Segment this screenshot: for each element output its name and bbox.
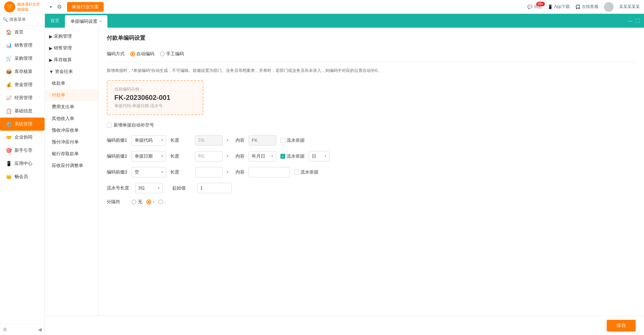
save-button[interactable]: 保存 xyxy=(607,320,636,332)
sidebar-item-sales[interactable]: 📊 销售管理 xyxy=(0,39,45,52)
message-btn[interactable]: 💬 消息 99+ xyxy=(527,4,542,10)
serial-checkbox-row-2: ✓ 流水依据 xyxy=(280,153,305,159)
footer-settings-icon[interactable]: ⚙ xyxy=(3,327,7,332)
content-select-2[interactable]: 年月日 ▾ xyxy=(249,151,276,161)
tab-settings[interactable]: 单据编码设置 × xyxy=(65,15,107,28)
guide-icon: 🎯 xyxy=(6,147,12,153)
chevron-right-icon: ▶ xyxy=(49,34,52,39)
serial-unit-select-2[interactable]: 日 ▾ xyxy=(309,151,329,161)
prefix-row-2: 编码前缀2 单据日期 ▾ 长度 8位 ▾ 内容 年月日 ▾ xyxy=(107,151,636,161)
form-title: 付款单编码设置 xyxy=(107,35,636,42)
length-input-3[interactable] xyxy=(195,167,223,177)
subnav-group-purchase[interactable]: ▶ 采购管理 xyxy=(45,30,98,42)
start-value-label: 起始值 xyxy=(172,185,193,191)
sep-dash-radio[interactable]: - xyxy=(146,199,154,204)
subnav-item-prepaid-payable[interactable]: 预付冲应付单 xyxy=(45,136,98,148)
member-icon: 👑 xyxy=(6,174,12,180)
logo-icon: 🧡 xyxy=(4,1,15,12)
auto-fill-checkbox[interactable] xyxy=(107,123,112,128)
serial-checkbox-row-3: 流水依据 xyxy=(294,169,318,175)
code-method-row: 编码方式 自动编码 手工编码 xyxy=(107,47,636,62)
prefix-select-2[interactable]: 单据日期 ▾ xyxy=(132,151,166,161)
subnav-group-sales[interactable]: ▶ 销售管理 xyxy=(45,42,98,54)
sidebar-item-purchase[interactable]: 🛒 采购管理 xyxy=(0,52,45,65)
sub-nav: ▶ 采购管理 ▶ 销售管理 ▶ 库存核算 ▼ 资金往来 收款单 xyxy=(45,28,98,316)
length-label-3: 长度 xyxy=(170,169,191,175)
footer-collapse-icon[interactable]: ◀ xyxy=(38,327,42,332)
company-dropdown[interactable]: ▾ xyxy=(48,4,52,9)
sidebar-search[interactable]: 🔍 搜索菜单 xyxy=(0,14,45,26)
coop-icon: 🤝 xyxy=(6,134,12,140)
subnav-item-expense[interactable]: 费用支出单 xyxy=(45,101,98,113)
code-preview-box: 当前编码示例： FK-20230602-001 单据代码-单据日期-流水号 xyxy=(107,80,203,115)
settings-icon[interactable]: ⚙ xyxy=(55,2,64,12)
length-input-2: 8位 xyxy=(195,151,223,161)
home-icon: 🏠 xyxy=(6,29,12,35)
serial-length-arrow: ▾ xyxy=(158,186,160,190)
sidebar-item-member[interactable]: 👑 畅会员 xyxy=(0,170,45,183)
preview-label: 当前编码示例： xyxy=(114,86,196,92)
message-icon: 💬 xyxy=(527,4,532,9)
subnav-item-payment[interactable]: 付款单 xyxy=(45,89,98,101)
select-arrow-unit-2: ▾ xyxy=(325,154,326,158)
subnav-item-ar-ap[interactable]: 应收应付调整单 xyxy=(45,160,98,171)
minimize-icon[interactable]: — xyxy=(628,18,633,24)
app-download-btn[interactable]: 📱 App下载 xyxy=(548,4,570,10)
content-label-2: 内容 xyxy=(236,153,244,159)
subnav-item-prepaid-receivable[interactable]: 预收冲应收单 xyxy=(45,124,98,136)
chevron-right-icon3: ▶ xyxy=(49,57,52,63)
sidebar-item-basic[interactable]: 📋 基础信息 xyxy=(0,104,45,118)
serial-checkbox-row-1: 流水依据 xyxy=(280,137,305,143)
subnav-group-inventory[interactable]: ▶ 库存核算 xyxy=(45,54,98,66)
sidebar-item-coop[interactable]: 🤝 企业协同 xyxy=(0,131,45,144)
manual-code-radio[interactable]: 手工编码 xyxy=(160,51,184,57)
tab-home[interactable]: 首页 xyxy=(45,14,65,28)
content-input-3[interactable] xyxy=(249,167,290,177)
select-arrow-content-2: ▾ xyxy=(271,154,273,158)
tab-bar: 首页 单据编码设置 × — ⛶ xyxy=(45,14,644,28)
auto-code-radio[interactable]: 自动编码 xyxy=(130,51,154,57)
serial-checkbox-1[interactable] xyxy=(280,138,285,143)
sidebar-item-system[interactable]: ⚙️ 系统管理 xyxy=(0,118,45,131)
maximize-icon[interactable]: ⛶ xyxy=(635,18,640,24)
sep-none-circle xyxy=(132,199,136,204)
online-service-btn[interactable]: 🎧 在线客服 xyxy=(575,4,598,10)
serial-checkbox-2[interactable]: ✓ xyxy=(280,154,285,159)
auto-code-radio-circle xyxy=(130,52,135,56)
basic-icon: 📋 xyxy=(6,108,12,114)
subnav-group-fund[interactable]: ▼ 资金往来 xyxy=(45,66,98,77)
user-avatar[interactable] xyxy=(604,2,614,12)
serial-length-select[interactable]: 3位 ▾ xyxy=(135,183,163,193)
length-label-2: 长度 xyxy=(170,153,191,159)
serial-checkbox-3[interactable] xyxy=(294,170,299,175)
user-name: 某某某某某 xyxy=(619,4,640,10)
content-input-1: FK xyxy=(249,135,276,146)
download-icon: 📱 xyxy=(548,4,553,9)
prefix-row-3: 编码前缀3 空 ▾ 长度 ▾ 内容 流水依据 xyxy=(107,167,636,177)
top-bar-middle: ▾ ⚙ 体验行业方案 xyxy=(48,2,525,12)
top-bar: 🧡 畅捷通好生意 旗舰版 ▾ ⚙ 体验行业方案 💬 消息 99+ 📱 App下载… xyxy=(0,0,644,14)
sep-none-radio[interactable]: 无 xyxy=(132,199,142,205)
subnav-item-other-income[interactable]: 其他收入单 xyxy=(45,113,98,124)
tab-close-icon[interactable]: × xyxy=(99,19,102,24)
select-arrow-2: ▾ xyxy=(161,154,163,158)
sidebar-item-guide[interactable]: 🎯 新手引导 xyxy=(0,144,45,157)
experience-btn[interactable]: 体验行业方案 xyxy=(67,2,104,12)
sidebar-item-home[interactable]: 🏠 首页 xyxy=(0,26,45,39)
prefix-select-1[interactable]: 单据代码 ▾ xyxy=(132,135,166,146)
prefix-label-3: 编码前缀3 xyxy=(107,169,127,175)
content-area: 首页 单据编码设置 × — ⛶ ▶ 采购管理 ▶ 销售管理 xyxy=(45,14,644,335)
subnav-item-bank[interactable]: 银行存取款单 xyxy=(45,148,98,160)
sidebar-item-operations[interactable]: 📈 经营管理 xyxy=(0,91,45,104)
serial-row: 流水号长度 3位 ▾ 起始值 1 xyxy=(107,183,636,193)
start-value-input[interactable]: 1 xyxy=(197,183,232,193)
app-logo: 🧡 畅捷通好生意 旗舰版 xyxy=(4,1,46,12)
sep-dot-circle xyxy=(158,199,163,204)
finance-icon: 💰 xyxy=(6,82,12,88)
prefix-select-3[interactable]: 空 ▾ xyxy=(132,167,166,177)
sidebar-item-finance[interactable]: 💰 资金管理 xyxy=(0,78,45,91)
sidebar-item-inventory[interactable]: 📦 库存核算 xyxy=(0,65,45,78)
sep-dot-radio[interactable]: . xyxy=(158,199,166,204)
sidebar-item-apps[interactable]: 📱 应用中心 xyxy=(0,157,45,170)
subnav-item-receipt[interactable]: 收款单 xyxy=(45,77,98,89)
